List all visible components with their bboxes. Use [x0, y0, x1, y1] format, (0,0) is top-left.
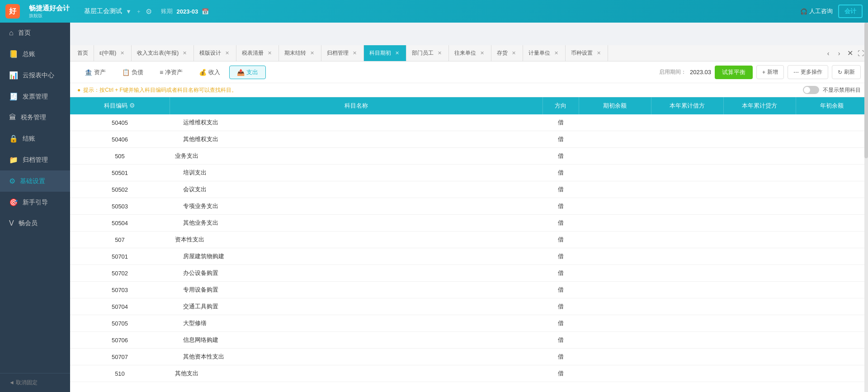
tab-subject_init[interactable]: 科目期初✕ [364, 45, 406, 61]
tab-related_unit[interactable]: 往来单位✕ [449, 45, 491, 61]
filter-label-net_asset: 净资产 [165, 68, 183, 76]
support-button[interactable]: 🎧 人工咨询 [800, 7, 833, 15]
tab-measure_unit[interactable]: 计量单位✕ [523, 45, 566, 61]
tab-nav-prev[interactable]: ‹ [823, 45, 834, 61]
tab-close-dept_staff[interactable]: ✕ [436, 50, 443, 57]
nav-label-tax: 税务管理 [21, 113, 46, 122]
table-row[interactable]: 50502 会议支出 借 [70, 181, 868, 198]
sidebar-item-ledger[interactable]: 📒总账 [0, 43, 70, 65]
filter-tab-liability[interactable]: 📋负债 [115, 66, 151, 79]
tab-close-period_end[interactable]: ✕ [309, 50, 316, 57]
tab-close-income_report[interactable]: ✕ [181, 50, 188, 57]
table-row[interactable]: 50701 房屋建筑物购建 借 [70, 248, 868, 265]
tab-home[interactable]: 首页 [72, 45, 94, 61]
cell-ytd-balance [796, 198, 868, 215]
calendar-icon[interactable]: 📅 [202, 8, 209, 15]
toggle-label: 不显示禁用科目 [823, 86, 861, 94]
tab-close-related_unit[interactable]: ✕ [479, 50, 486, 57]
cell-ytd-debit [651, 215, 723, 231]
company-dropdown-icon[interactable]: ▼ [126, 8, 132, 15]
sidebar-item-reports[interactable]: 📊云报表中心 [0, 65, 70, 86]
table-row[interactable]: 510 其他支出 借 [70, 365, 868, 382]
tab-period_report[interactable]: ε(中期)✕ [94, 45, 132, 61]
table-row[interactable]: 50503 专项业务支出 借 [70, 198, 868, 215]
cell-code: 50702 [70, 265, 170, 282]
tab-period_end[interactable]: 期末结转✕ [279, 45, 321, 61]
scrollbar-thumb[interactable] [864, 23, 868, 158]
tab-archive[interactable]: 归档管理✕ [321, 45, 364, 61]
table-row[interactable]: 50405 运维维权支出 借 [70, 114, 868, 131]
cell-direction: 借 [542, 315, 579, 332]
tab-dept_staff[interactable]: 部门员工✕ [406, 45, 449, 61]
tab-close-all[interactable]: ✕ [844, 45, 855, 61]
nav-icon-home: ⌂ [9, 29, 14, 37]
tab-label-period_end: 期末结转 [284, 49, 306, 57]
cell-ytd-balance [796, 349, 868, 365]
table-row[interactable]: 505 业务支出 借 [70, 148, 868, 165]
col-settings-icon[interactable]: ⚙ [129, 102, 135, 109]
toggle-disabled-subjects[interactable] [803, 86, 819, 94]
sidebar-item-invoice[interactable]: 🧾发票管理 [0, 86, 70, 107]
sidebar-item-close[interactable]: 🔒结账 [0, 128, 70, 149]
table-row[interactable]: 50704 交通工具购置 借 [70, 298, 868, 315]
cell-ytd-credit [723, 332, 796, 349]
table-row[interactable]: 50703 专用设备购置 借 [70, 282, 868, 298]
balance-button[interactable]: 试算平衡 [715, 66, 753, 79]
sidebar-item-member[interactable]: V畅会员 [0, 213, 70, 234]
cell-opening-balance [579, 148, 651, 165]
filter-tab-asset[interactable]: 🏦资产 [77, 66, 113, 79]
cell-name: 办公设备购置 [170, 265, 542, 282]
cell-direction: 借 [542, 131, 579, 148]
sidebar-item-archive[interactable]: 📁归档管理 [0, 149, 70, 170]
cell-name: 其他支出 [170, 365, 542, 382]
cell-ytd-balance [796, 298, 868, 315]
tab-income_report[interactable]: 收入支出表(年报)✕ [132, 45, 194, 61]
filter-tab-expense[interactable]: 📤支出 [229, 66, 266, 79]
sidebar-item-guide[interactable]: 🎯新手引导 [0, 192, 70, 213]
cell-opening-balance [579, 215, 651, 231]
tab-close-subject_init[interactable]: ✕ [394, 50, 401, 57]
filter-tab-income[interactable]: 💰收入 [192, 66, 227, 79]
sidebar-item-settings[interactable]: ⚙基础设置 [0, 170, 70, 192]
tab-nav-next[interactable]: › [834, 45, 844, 61]
account-button[interactable]: 会计 [838, 5, 863, 18]
sidebar-item-home[interactable]: ⌂首页 [0, 23, 70, 43]
cell-name: 交通工具购置 [170, 298, 542, 315]
tab-tax[interactable]: 税表清册✕ [236, 45, 279, 61]
nav-icon-archive: 📁 [9, 156, 18, 164]
table-row[interactable]: 50706 信息网络购建 借 [70, 332, 868, 349]
tab-close-measure_unit[interactable]: ✕ [553, 50, 560, 57]
sidebar-item-tax[interactable]: 🏛税务管理 [0, 107, 70, 128]
tab-close-period_report[interactable]: ✕ [119, 50, 126, 57]
tab-close-template[interactable]: ✕ [224, 50, 231, 57]
table-row[interactable]: 50705 大型修缮 借 [70, 315, 868, 332]
cell-code: 50703 [70, 282, 170, 298]
tab-inventory[interactable]: 存货✕ [491, 45, 523, 61]
add-button[interactable]: + 新增 [756, 65, 784, 79]
tab-close-tax[interactable]: ✕ [266, 50, 273, 57]
cell-opening-balance [579, 114, 651, 131]
cell-ytd-debit [651, 365, 723, 382]
tab-template[interactable]: 模版设计✕ [194, 45, 236, 61]
settings-icon[interactable]: ⚙ [146, 7, 152, 16]
cell-code: 50701 [70, 248, 170, 265]
filter-tab-net_asset[interactable]: ≡净资产 [152, 66, 190, 79]
table-row[interactable]: 50504 其他业务支出 借 [70, 215, 868, 231]
more-operations-button[interactable]: ⋯ 更多操作 [788, 65, 828, 79]
cell-direction: 借 [542, 298, 579, 315]
table-row[interactable]: 507 资本性支出 借 [70, 231, 868, 248]
cell-opening-balance [579, 282, 651, 298]
tab-close-currency[interactable]: ✕ [595, 50, 602, 57]
sidebar-collapse-button[interactable]: ◄ 取消固定 [0, 373, 70, 392]
tab-currency[interactable]: 币种设置✕ [566, 45, 608, 61]
cell-ytd-credit [723, 114, 796, 131]
refresh-button[interactable]: ↻ 刷新 [832, 65, 861, 79]
scrollbar-track [864, 23, 868, 392]
table-row[interactable]: 50707 其他资本性支出 借 [70, 349, 868, 365]
table-row[interactable]: 50406 其他维权支出 借 [70, 131, 868, 148]
table-row[interactable]: 50501 培训支出 借 [70, 165, 868, 181]
cell-ytd-debit [651, 248, 723, 265]
tab-close-inventory[interactable]: ✕ [510, 50, 517, 57]
table-row[interactable]: 50702 办公设备购置 借 [70, 265, 868, 282]
tab-close-archive[interactable]: ✕ [351, 50, 358, 57]
